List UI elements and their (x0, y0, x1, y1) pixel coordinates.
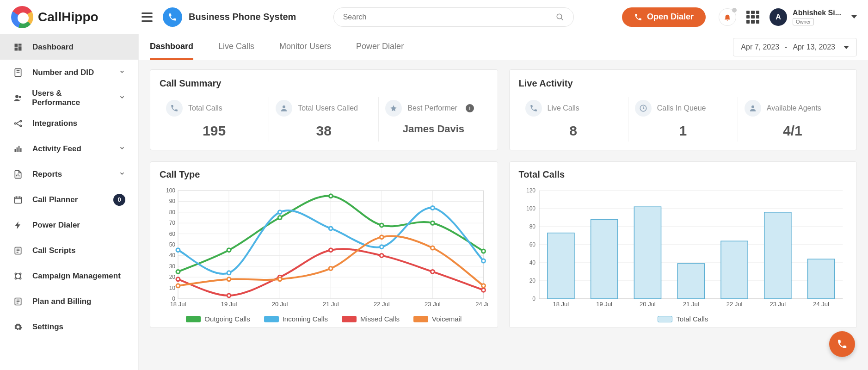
legend-item[interactable]: Incoming Calls (264, 315, 328, 323)
open-dialer-label: Open Dialer (647, 12, 694, 22)
sidebar-item-label: Reports (32, 170, 62, 179)
sidebar-item-number-and-did[interactable]: Number and DID (0, 60, 138, 85)
tab-live-calls[interactable]: Live Calls (218, 34, 254, 60)
call-summary-card: Call Summary Total Calls 195 Total Users… (150, 69, 498, 150)
svg-line-1 (561, 18, 563, 20)
svg-text:100: 100 (526, 205, 535, 212)
svg-rect-117 (591, 219, 617, 298)
sidebar-item-call-planner[interactable]: Call Planner0 (0, 187, 138, 212)
sidebar-item-label: Users & Performance (32, 89, 110, 107)
stat-label: Total Calls (188, 104, 222, 112)
dashboard-icon (13, 42, 23, 52)
legend-label: Outgoing Calls (204, 315, 250, 323)
svg-text:60: 60 (529, 241, 536, 248)
svg-text:10: 10 (169, 285, 176, 291)
user-menu[interactable]: A Abhishek Si... Owner (770, 8, 857, 26)
svg-text:90: 90 (169, 198, 176, 204)
gear-icon (13, 322, 23, 332)
svg-point-21 (19, 273, 21, 274)
phone-system-icon[interactable] (163, 7, 182, 27)
sidebar-item-plan-and-billing[interactable]: Plan and Billing (0, 289, 138, 314)
sidebar-item-dashboard[interactable]: Dashboard (0, 34, 138, 60)
date-range-picker[interactable]: Apr 7, 2023 - Apr 13, 2023 (733, 38, 857, 56)
svg-point-65 (176, 270, 180, 273)
legend-swatch-icon (186, 316, 201, 322)
svg-text:50: 50 (169, 241, 176, 248)
number-icon (13, 68, 23, 78)
search-field[interactable] (343, 13, 556, 21)
tab-monitor-users[interactable]: Monitor Users (279, 34, 331, 60)
legend-item[interactable]: Outgoing Calls (186, 315, 250, 323)
svg-text:18 Jul: 18 Jul (170, 301, 186, 308)
svg-rect-8 (17, 72, 20, 73)
agents-icon (745, 100, 761, 117)
sidebar-item-settings[interactable]: Settings (0, 314, 138, 339)
legend-item[interactable]: Missed Calls (342, 315, 400, 323)
svg-point-90 (380, 235, 383, 239)
apps-grid-icon[interactable] (746, 11, 759, 24)
legend-item[interactable]: Total Calls (658, 315, 708, 323)
svg-text:30: 30 (169, 263, 176, 270)
svg-rect-5 (15, 47, 18, 50)
users-icon (13, 93, 23, 103)
menu-toggle-icon[interactable] (142, 12, 153, 22)
brand-logo-icon (11, 6, 33, 28)
chevron-down-icon (843, 46, 849, 49)
sidebar-item-label: Plan and Billing (32, 297, 92, 306)
stat-best-performer: Best Performer i James Davis (379, 97, 488, 142)
tabs: DashboardLive CallsMonitor UsersPower Di… (139, 34, 868, 60)
legend-label: Voicemail (432, 315, 462, 323)
svg-rect-120 (720, 241, 747, 299)
user-icon (276, 100, 292, 117)
svg-text:40: 40 (529, 259, 536, 266)
dialer-fab-button[interactable] (829, 331, 855, 357)
sidebar-item-activity-feed[interactable]: Activity Feed (0, 136, 138, 161)
page-title: Business Phone System (189, 12, 296, 22)
main-content: DashboardLive CallsMonitor UsersPower Di… (139, 34, 868, 370)
info-icon[interactable]: i (466, 104, 474, 112)
call-summary-title: Call Summary (160, 78, 488, 89)
search-input[interactable] (333, 7, 574, 27)
svg-rect-7 (17, 70, 20, 71)
svg-point-0 (557, 14, 562, 19)
svg-rect-119 (677, 264, 704, 299)
svg-text:22 Jul: 22 Jul (374, 301, 390, 308)
svg-point-91 (431, 246, 434, 250)
svg-point-12 (20, 120, 21, 122)
activity-icon (13, 144, 23, 154)
svg-point-22 (15, 278, 16, 279)
bolt-icon (13, 220, 23, 230)
sidebar-item-reports[interactable]: Reports (0, 161, 138, 187)
svg-text:21 Jul: 21 Jul (683, 301, 699, 308)
legend-swatch-icon (658, 316, 672, 322)
brand[interactable]: CallHippo (11, 6, 131, 28)
live-activity-title: Live Activity (519, 78, 848, 89)
stat-available-agents: Available Agents 4/1 (738, 97, 847, 142)
svg-rect-15 (17, 147, 18, 152)
notifications-button[interactable] (719, 8, 736, 26)
svg-point-84 (431, 270, 434, 273)
svg-rect-118 (634, 207, 661, 299)
chevron-down-icon (119, 144, 125, 154)
sidebar-item-call-scripts[interactable]: Call Scripts (0, 238, 138, 263)
date-from: Apr 7, 2023 (741, 43, 779, 51)
svg-point-80 (227, 294, 231, 297)
legend-label: Total Calls (676, 315, 708, 323)
script-icon (13, 246, 23, 256)
stat-label: Total Users Called (298, 104, 358, 112)
star-icon (385, 100, 402, 117)
svg-rect-122 (807, 259, 834, 299)
svg-point-85 (482, 288, 486, 292)
sidebar-item-integrations[interactable]: Integrations (0, 111, 138, 136)
svg-point-74 (278, 210, 282, 214)
open-dialer-button[interactable]: Open Dialer (622, 7, 706, 27)
sidebar-item-users-performance[interactable]: Users & Performance (0, 85, 138, 111)
legend-item[interactable]: Voicemail (413, 315, 462, 323)
tab-dashboard[interactable]: Dashboard (150, 34, 193, 60)
legend-swatch-icon (264, 316, 279, 322)
svg-text:0: 0 (532, 296, 536, 302)
tab-power-dialer[interactable]: Power Dialer (356, 34, 404, 60)
sidebar-item-power-dialer[interactable]: Power Dialer (0, 212, 138, 238)
stat-label: Live Calls (548, 104, 579, 112)
sidebar-item-campaign-management[interactable]: Campaign Management (0, 263, 138, 289)
